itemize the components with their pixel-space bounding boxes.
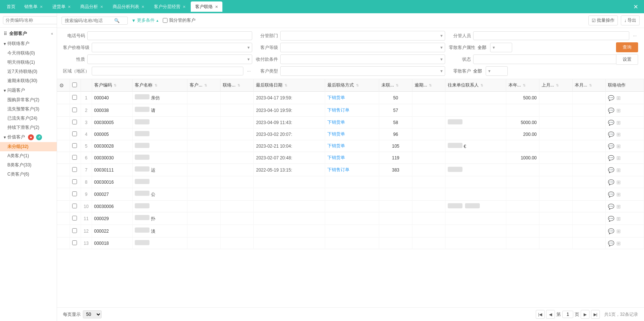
th-contact[interactable]: 联络... ⇅ (221, 79, 254, 92)
lcm-link-3[interactable]: 下销货单 (327, 131, 345, 137)
td-lcm-2[interactable]: 下销货单 (325, 117, 379, 128)
customer-type-select[interactable]: ▾ (280, 66, 445, 76)
sidebar-item-reduce[interactable]: 持续下滑客户(2) (0, 123, 57, 132)
grid-action-icon-7[interactable]: ⊞ (616, 179, 621, 185)
th-partner-contact[interactable]: 往来单位联系人 ⇅ (445, 79, 506, 92)
row-checkbox-7[interactable] (72, 179, 77, 184)
td-lcm-5[interactable]: 下销货单 (325, 152, 379, 164)
th-this-month[interactable]: 本月... ⇅ (572, 79, 605, 92)
td-checkbox-6[interactable] (70, 164, 81, 176)
query-button[interactable]: 查询 (616, 42, 638, 52)
scatter-customer-select[interactable]: ▾ (486, 66, 508, 76)
th-last-contact-method[interactable]: 最后联络方式 ⇅ (325, 79, 379, 92)
tab-customer-segment-close-icon[interactable]: ✕ (183, 5, 186, 9)
tab-analysis-list[interactable]: 商品分析列表 ✕ (108, 1, 149, 12)
row-checkbox-5[interactable] (72, 155, 77, 160)
prev-page-button[interactable]: ◀ (546, 310, 555, 319)
lcm-link-6[interactable]: 下销售订单 (327, 167, 349, 172)
td-checkbox-7[interactable] (70, 176, 81, 188)
first-page-button[interactable]: |◀ (536, 310, 545, 319)
status-select[interactable]: ▾ (473, 54, 638, 64)
filter-my-customers[interactable]: 我分管的客户 (163, 17, 196, 24)
tab-customer-segment[interactable]: 客户分层经营 ✕ (149, 1, 190, 12)
lcm-link-5[interactable]: 下销货单 (327, 155, 345, 160)
row-checkbox-1[interactable] (72, 107, 77, 112)
last-page-button[interactable]: ▶| (591, 310, 600, 319)
payment-select[interactable]: ▾ (280, 54, 445, 64)
sidebar-item-classC[interactable]: C类客户(6) (0, 170, 57, 179)
grid-action-icon-1[interactable]: ⊞ (616, 107, 621, 113)
tab-home[interactable]: 首页 (3, 4, 19, 10)
chat-icon-8[interactable]: 💬 (608, 191, 614, 197)
sidebar-item-ungraded[interactable]: 未分组(32) (0, 142, 57, 151)
td-lcm-4[interactable]: 下销货单 (325, 140, 379, 152)
sidebar-item-classA[interactable]: A类客户(1) (0, 151, 57, 160)
tab-analysis-close-icon[interactable]: ✕ (100, 5, 103, 9)
tab-analysis-list-close-icon[interactable]: ✕ (141, 5, 144, 9)
batch-operation-button[interactable]: ☑ 批量操作 (588, 15, 618, 25)
filter-search-icon[interactable]: 🔍 (114, 18, 120, 23)
td-lcm-11[interactable] (325, 225, 379, 237)
reset-button[interactable]: 设置 (616, 54, 638, 65)
chat-icon-6[interactable]: 💬 (608, 167, 614, 173)
sidebar-item-lost[interactable]: 已流失客户(24) (0, 114, 57, 123)
chat-icon-7[interactable]: 💬 (608, 179, 614, 185)
row-checkbox-3[interactable] (72, 131, 77, 136)
chat-icon-9[interactable]: 💬 (608, 204, 614, 209)
td-checkbox-2[interactable] (70, 117, 81, 128)
grid-action-icon-2[interactable]: ⊞ (616, 120, 621, 126)
select-all-checkbox[interactable] (72, 82, 77, 87)
per-page-select[interactable]: 50 100 (83, 310, 102, 318)
grid-action-icon-4[interactable]: ⊞ (616, 143, 621, 149)
td-checkbox-5[interactable] (70, 152, 81, 164)
phone-input[interactable] (87, 31, 252, 40)
grid-action-icon-12[interactable]: ⊞ (616, 240, 621, 246)
td-checkbox-4[interactable] (70, 140, 81, 152)
tab-analysis[interactable]: 商品分析 ✕ (76, 1, 108, 12)
td-checkbox-12[interactable] (70, 237, 81, 249)
grid-action-icon-5[interactable]: ⊞ (616, 155, 621, 161)
grid-action-icon-3[interactable]: ⊞ (616, 131, 621, 137)
td-checkbox-1[interactable] (70, 104, 81, 117)
my-customers-checkbox[interactable] (163, 18, 168, 23)
scatter-attr-select[interactable]: ▾ (490, 43, 512, 52)
row-checkbox-6[interactable] (72, 167, 77, 172)
sidebar-item-today[interactable]: 今天待联络(0) (0, 49, 57, 58)
tab-purchase[interactable]: 进货单 ✕ (48, 1, 75, 12)
region-input[interactable] (92, 67, 243, 75)
chat-icon-2[interactable]: 💬 (608, 120, 614, 126)
th-overdue[interactable]: 逾期... ⇅ (412, 79, 445, 92)
chat-icon-3[interactable]: 💬 (608, 131, 614, 137)
th-settings[interactable]: ⚙ (57, 79, 70, 92)
td-lcm-10[interactable] (325, 212, 379, 225)
sidebar-group-pending-contact[interactable]: ▾ 待联络客户 (0, 39, 57, 49)
td-lcm-1[interactable]: 下销售订单 (325, 104, 379, 117)
th-last-contact-date[interactable]: 最后联络日期 ⇅ (254, 79, 325, 92)
row-checkbox-2[interactable] (72, 120, 77, 124)
th-this-year[interactable]: 本年... ⇅ (506, 79, 539, 92)
chat-icon-4[interactable]: 💬 (608, 143, 614, 149)
grid-action-icon-11[interactable]: ⊞ (616, 228, 621, 234)
grid-action-icon-9[interactable]: ⊞ (616, 204, 621, 209)
sidebar-item-7days[interactable]: 近7天待联络(0) (0, 67, 57, 76)
td-lcm-3[interactable]: 下销货单 (325, 128, 379, 140)
grid-action-icon-10[interactable]: ⊞ (616, 216, 621, 222)
current-page-input[interactable] (562, 311, 573, 318)
chat-icon-10[interactable]: 💬 (608, 216, 614, 222)
export-button[interactable]: ↓ 导出 (621, 15, 640, 25)
td-lcm-8[interactable] (325, 188, 379, 201)
chat-icon-1[interactable]: 💬 (608, 107, 614, 113)
tab-customer-contact[interactable]: 客户联络 ✕ (191, 1, 222, 12)
chat-icon-5[interactable]: 💬 (608, 155, 614, 161)
td-checkbox-10[interactable] (70, 212, 81, 225)
nature-select[interactable]: ▾ (87, 54, 252, 64)
sidebar-item-churn-warning[interactable]: 流失预警客户(3) (0, 105, 57, 114)
row-checkbox-10[interactable] (72, 216, 77, 221)
grid-action-icon-6[interactable]: ⊞ (616, 167, 621, 173)
th-last-month[interactable]: 上月... ⇅ (539, 79, 572, 92)
td-checkbox-8[interactable] (70, 188, 81, 201)
price-level-select[interactable]: ▾ (92, 43, 252, 52)
sidebar-all-customers[interactable]: ⠿ 全部客户 « (0, 28, 57, 39)
lcm-link-4[interactable]: 下销货单 (327, 143, 345, 148)
th-type[interactable]: 客户... ⇅ (187, 79, 221, 92)
